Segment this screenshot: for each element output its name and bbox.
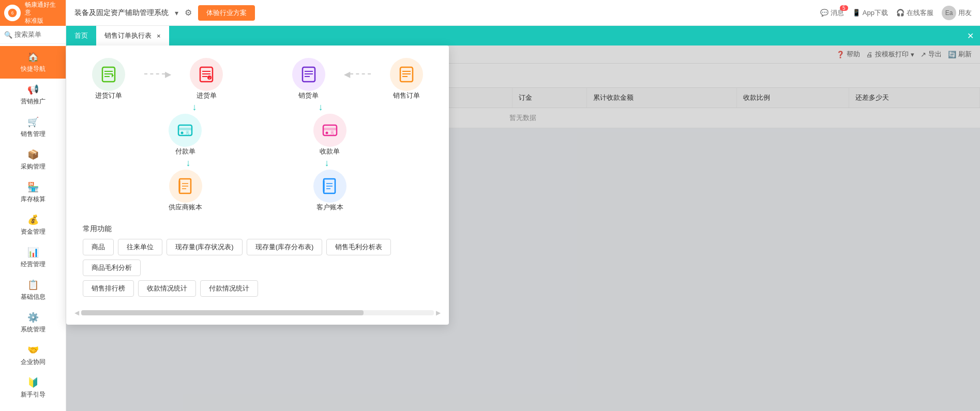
purchase-bill-label: 进货单: [197, 91, 217, 100]
v-arrow-sb: ↓: [319, 102, 323, 112]
sidebar-item-purchase[interactable]: 📦 采购管理: [0, 144, 66, 176]
v-arrow-pay: ↓: [186, 158, 190, 168]
inventory-icon: 🏪: [27, 181, 39, 193]
btn-sales-rank[interactable]: 销售排行榜: [83, 280, 134, 297]
sidebar: 6 畅康通好生意 标准版 🔍 搜索菜单 🏠 快捷导航 📢 营销推广 🛒 销售管理…: [0, 0, 66, 411]
main-close-button[interactable]: ✕: [967, 26, 974, 45]
sales-bill-icon: [292, 58, 325, 91]
sidebar-item-label: 采购管理: [21, 162, 46, 171]
sidebar-item-operation[interactable]: 📊 经营管理: [0, 241, 66, 274]
trial-button[interactable]: 体验行业方案: [198, 5, 255, 21]
tab-home[interactable]: 首页: [66, 26, 96, 45]
btn-sales-gross[interactable]: 销售毛利分析表: [326, 239, 391, 255]
flow-node-purchase-order[interactable]: 进货订单: [92, 58, 125, 100]
common-buttons-row2: 销售排行榜 收款情况统计 付款情况统计: [83, 280, 432, 297]
sidebar-search[interactable]: 🔍 搜索菜单: [0, 26, 66, 44]
flow-node-purchase-bill[interactable]: ✓ 进货单: [190, 58, 223, 100]
customer-ledger-icon: [313, 170, 346, 203]
btn-goods[interactable]: 商品: [83, 239, 114, 255]
sidebar-logo: 6 畅康通好生意 标准版: [0, 0, 66, 26]
service-icon: 🎧: [896, 9, 904, 17]
arrow-so-to-sb: ◀: [344, 69, 371, 79]
logo-text: 畅康通好生意 标准版: [25, 1, 62, 25]
btn-goods-gross[interactable]: 商品毛利分析: [83, 260, 141, 276]
svg-text:元: 元: [186, 131, 189, 134]
user-menu[interactable]: Ea 用友: [942, 6, 972, 20]
online-service-button[interactable]: 🎧 在线客服: [896, 8, 933, 18]
sidebar-item-label: 系统管理: [21, 325, 46, 334]
app-download-label: App下载: [863, 8, 888, 18]
system-title: 装备及固定资产辅助管理系统: [74, 8, 169, 18]
btn-stock-status[interactable]: 现存量(库存状况表): [167, 239, 243, 255]
tab-sales-order[interactable]: 销售订单执行表 ×: [96, 26, 169, 45]
btn-payment-stats[interactable]: 付款情况统计: [200, 280, 258, 297]
flow-node-supplier-ledger[interactable]: 供应商账本: [169, 170, 202, 212]
sales-order-label: 销售订单: [393, 91, 420, 100]
app-download-button[interactable]: 📱 App下载: [852, 8, 888, 18]
online-service-label: 在线客服: [907, 8, 933, 18]
search-icon: 🔍: [4, 31, 12, 39]
flow-node-sales-bill[interactable]: 销货单: [292, 58, 325, 100]
finance-icon: 💰: [27, 214, 39, 225]
popup-scrollbar[interactable]: [81, 310, 434, 315]
svg-rect-26: [323, 128, 337, 130]
operation-icon: 📊: [27, 247, 39, 258]
purchase-order-icon: [92, 58, 125, 91]
sidebar-item-inventory[interactable]: 🏪 库存核算: [0, 176, 66, 209]
sidebar-item-finance[interactable]: 💰 资金管理: [0, 209, 66, 241]
tab-close-icon[interactable]: ×: [157, 32, 161, 40]
home-icon: 🏠: [27, 51, 39, 63]
sidebar-item-cooperation[interactable]: 🤝 企业协同: [0, 339, 66, 372]
sidebar-item-label: 快捷导航: [21, 65, 46, 73]
sidebar-item-system[interactable]: ⚙️ 系统管理: [0, 307, 66, 339]
scroll-right-arrow[interactable]: ▶: [436, 309, 441, 316]
sidebar-item-guide[interactable]: 🔰 新手引导: [0, 372, 66, 404]
user-name: 用友: [958, 8, 972, 18]
sidebar-item-sales[interactable]: 🛒 销售管理: [0, 111, 66, 144]
chevron-down-icon: ▾: [175, 9, 178, 17]
scroll-left-arrow[interactable]: ◀: [74, 309, 79, 316]
sidebar-item-quick-nav[interactable]: 🏠 快捷导航: [0, 46, 66, 79]
message-badge: 5: [840, 5, 848, 11]
header-right: 💬 消息 5 📱 App下载 🎧 在线客服 Ea 用友: [820, 6, 972, 20]
sidebar-item-label: 新手引导: [21, 390, 46, 399]
purchase-bill-icon: ✓: [190, 58, 223, 91]
popup-scrollbar-container: ◀ ▶: [74, 309, 441, 316]
svg-rect-22: [178, 128, 192, 130]
payment-icon: 元: [169, 114, 202, 147]
svg-point-23: [181, 132, 184, 134]
settings-icon[interactable]: ⚙: [185, 8, 192, 18]
svg-text:元: 元: [330, 131, 334, 134]
svg-point-27: [325, 132, 328, 134]
customer-ledger-label: 客户账本: [316, 203, 343, 212]
flow-node-sales-order[interactable]: 销售订单: [390, 58, 423, 100]
purchase-icon: 📦: [27, 149, 39, 160]
supplier-ledger-icon: [169, 170, 202, 203]
header-dropdown[interactable]: ▾: [175, 9, 178, 17]
scrollbar-thumb[interactable]: [81, 310, 364, 315]
tabs-bar: 首页 销售订单执行表 × ✕: [66, 26, 980, 45]
svg-rect-35: [323, 180, 325, 192]
btn-stock-distribution[interactable]: 现存量(库存分布表): [247, 239, 323, 255]
btn-receipt-stats[interactable]: 收款情况统计: [138, 280, 196, 297]
guide-icon: 🔰: [27, 377, 39, 388]
sidebar-item-marketing[interactable]: 📢 营销推广: [0, 79, 66, 111]
flow-node-customer-ledger[interactable]: 客户账本: [313, 170, 346, 212]
sidebar-item-label: 基础信息: [21, 293, 46, 301]
sales-icon: 🛒: [27, 116, 39, 128]
sidebar-item-label: 经营管理: [21, 260, 46, 269]
sidebar-item-basic-info[interactable]: 📋 基础信息: [0, 274, 66, 307]
receipt-icon: 元: [313, 114, 346, 147]
sidebar-item-label: 营销推广: [21, 97, 46, 106]
flow-node-payment[interactable]: 元 付款单: [169, 114, 202, 156]
tab-home-label: 首页: [74, 31, 88, 40]
receipt-label: 收款单: [320, 147, 340, 156]
btn-partners[interactable]: 往来单位: [118, 239, 162, 255]
svg-rect-30: [178, 180, 180, 192]
popup: 进货订单 ▶ ✓ 进货单: [66, 45, 449, 325]
sales-bill-label: 销货单: [298, 91, 319, 100]
message-button[interactable]: 💬 消息 5: [820, 8, 844, 18]
flow-node-receipt[interactable]: 元 收款单: [313, 114, 346, 156]
common-functions-section: 常用功能 商品 往来单位 现存量(库存状况表) 现存量(库存分布表) 销售毛利分…: [66, 220, 449, 305]
marketing-icon: 📢: [27, 84, 39, 95]
